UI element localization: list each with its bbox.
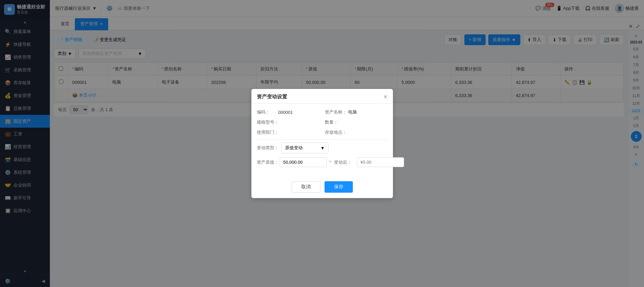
modal-divider (257, 139, 388, 140)
modal-field-asset-name: 资产名称： 电脑 (325, 109, 388, 115)
modal-change-type-row: 变动类型： 原值变动 ▼ (257, 142, 388, 153)
change-type-chevron-icon: ▼ (320, 146, 325, 151)
save-button[interactable]: 保存 (325, 181, 353, 193)
original-value-label: 资产原值： (257, 159, 277, 165)
change-type-label: 变动类型： (257, 145, 279, 151)
change-type-select[interactable]: 原值变动 ▼ (281, 142, 329, 153)
modal-field-code: 编码： 000001 (257, 109, 319, 115)
change-type-value: 原值变动 (285, 145, 303, 151)
required-star: * (330, 160, 331, 165)
quantity-label: 数量： (325, 119, 345, 125)
after-label: 变动后： (334, 159, 354, 165)
code-value: 000001 (278, 110, 293, 115)
modal-row-spec-qty: 规格型号： 数量： (257, 119, 388, 125)
modal-row-dept-location: 使用部门： 存放地点： (257, 129, 388, 135)
modal-field-location: 存放地点： (325, 129, 388, 135)
after-value-input[interactable] (357, 157, 404, 167)
asset-name-label: 资产名称： (325, 109, 347, 115)
dept-label: 使用部门： (257, 129, 279, 135)
modal-body: 编码： 000001 资产名称： 电脑 规格型号： 数量： (251, 104, 393, 178)
modal-field-quantity: 数量： (325, 119, 388, 125)
asset-name-value: 电脑 (348, 109, 357, 115)
modal-title: 资产变动设置 (257, 94, 287, 100)
asset-change-modal: 资产变动设置 ✕ 编码： 000001 资产名称： 电脑 规格型号： (251, 89, 393, 198)
modal-footer: 取消 保存 (251, 178, 393, 198)
modal-header: 资产变动设置 ✕ (251, 89, 393, 104)
original-value-input[interactable] (280, 157, 327, 167)
modal-overlay[interactable]: 资产变动设置 ✕ 编码： 000001 资产名称： 电脑 规格型号： (0, 0, 644, 287)
modal-row-code-name: 编码： 000001 资产名称： 电脑 (257, 109, 388, 115)
modal-value-row: 资产原值： * 变动后： (257, 157, 388, 167)
spec-label: 规格型号： (257, 119, 279, 125)
modal-close-button[interactable]: ✕ (383, 94, 388, 100)
cancel-button[interactable]: 取消 (292, 181, 320, 193)
modal-field-spec: 规格型号： (257, 119, 319, 125)
location-label: 存放地点： (325, 129, 347, 135)
modal-field-dept: 使用部门： (257, 129, 319, 135)
code-label: 编码： (257, 109, 277, 115)
